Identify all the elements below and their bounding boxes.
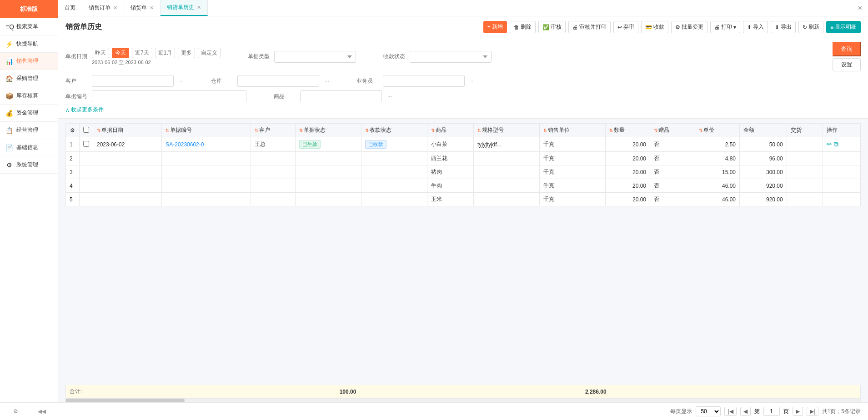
copy-icon[interactable]: ⧉ [834, 140, 838, 148]
tab-sales-history[interactable]: 销货单历史 ✕ [161, 0, 208, 16]
col-unit-price[interactable]: ⇅单价 [695, 124, 739, 137]
row-action[interactable] [823, 152, 860, 165]
query-button[interactable]: 查询 [833, 42, 861, 56]
customer-input[interactable] [92, 75, 174, 87]
staff-more-icon[interactable]: ··· [470, 78, 475, 84]
horizontal-scrollbar[interactable] [65, 399, 861, 402]
sidebar-item-quick-nav[interactable]: ⚡ 快捷导航 [0, 35, 58, 53]
doc-no-link[interactable]: SA-20230602-0 [166, 141, 204, 148]
tab-sales-order-close[interactable]: ✕ [113, 5, 117, 11]
sidebar-item-base-info[interactable]: 📄 基础信息 [0, 139, 58, 156]
batch-change-button[interactable]: ⚙ 批量变更 [671, 21, 707, 33]
sidebar-item-sales-mgmt[interactable]: 📊 销售管理 [0, 53, 58, 70]
collect-button[interactable]: 💳 收款 [641, 21, 668, 33]
row-doc-no[interactable] [162, 193, 251, 206]
row-goods: 猪肉 [427, 165, 473, 179]
warehouse-input[interactable] [237, 75, 319, 87]
next-page-btn[interactable]: ▶ [793, 407, 803, 416]
date-btn-1month[interactable]: 近1月 [155, 48, 176, 58]
sidebar-item-finance[interactable]: 💰 资金管理 [0, 105, 58, 122]
discard-button[interactable]: ↩ 弃审 [613, 21, 638, 33]
sidebar-item-system[interactable]: ⚙ 系统管理 [0, 156, 58, 174]
warehouse-more-icon[interactable]: ··· [325, 78, 329, 84]
delete-button[interactable]: 🗑 删除 [510, 21, 536, 33]
collect-status-select[interactable] [410, 51, 492, 63]
scrollbar-thumb[interactable] [65, 399, 185, 402]
row-checkbox-input[interactable] [83, 141, 89, 147]
filter-warehouse: 仓库 ··· [211, 75, 329, 87]
first-page-btn[interactable]: |◀ [724, 407, 736, 416]
last-page-btn[interactable]: ▶| [807, 407, 818, 416]
col-gift[interactable]: ⇅赠品 [650, 124, 695, 137]
tab-home[interactable]: 首页 [58, 0, 82, 16]
date-btn-more[interactable]: 更多 [178, 48, 195, 58]
collapse-btn[interactable]: ∧ 收起更多条件 [65, 106, 861, 114]
sidebar-item-purchase-mgmt[interactable]: 🏠 采购管理 [0, 70, 58, 87]
col-unit[interactable]: ⇅销售单位 [539, 124, 605, 137]
date-btn-today[interactable]: 今天 [112, 48, 129, 58]
row-action[interactable] [823, 179, 860, 193]
col-goods[interactable]: ⇅商品 [427, 124, 473, 137]
col-spec[interactable]: ⇅规格型号 [473, 124, 539, 137]
row-action[interactable] [823, 165, 860, 179]
row-checkbox[interactable] [80, 152, 93, 165]
prev-page-btn[interactable]: ◀ [740, 407, 751, 416]
audit-print-button[interactable]: 🖨 审核并打印 [568, 21, 611, 33]
col-qty[interactable]: ⇅数量 [605, 124, 650, 137]
show-detail-button[interactable]: ≡ 显示明细 [826, 21, 861, 33]
row-doc-no[interactable] [162, 165, 251, 179]
col-checkbox[interactable] [80, 124, 93, 137]
row-checkbox[interactable] [80, 179, 93, 193]
page-size-select[interactable]: 50 100 200 [696, 406, 721, 416]
goods-more-icon[interactable]: ··· [387, 93, 392, 100]
setting-button[interactable]: 设置 [833, 58, 861, 71]
row-doc-no[interactable]: SA-20230602-0 [162, 137, 251, 152]
audit-button[interactable]: ✅ 审核 [538, 21, 566, 33]
row-qty: 20.00 [605, 152, 650, 165]
staff-input[interactable] [383, 75, 465, 87]
new-button[interactable]: + 新增 [483, 21, 507, 33]
page-number-input[interactable] [763, 407, 780, 416]
refresh-button[interactable]: ↻ 刷新 [798, 21, 823, 33]
col-settings[interactable]: ⚙ [66, 124, 80, 137]
sidebar-item-search-menu[interactable]: ≡Q 搜索菜单 [0, 18, 58, 35]
customer-more-icon[interactable]: ··· [179, 78, 184, 84]
tab-sales-delivery-close[interactable]: ✕ [150, 5, 154, 11]
select-all-checkbox[interactable] [83, 127, 89, 133]
tab-sales-history-close[interactable]: ✕ [197, 5, 201, 10]
row-checkbox[interactable] [80, 165, 93, 179]
row-checkbox[interactable] [80, 137, 93, 152]
sidebar-item-operations[interactable]: 📋 经营管理 [0, 122, 58, 139]
date-btn-custom[interactable]: 自定义 [198, 48, 221, 58]
date-btn-yesterday[interactable]: 昨天 [92, 48, 109, 58]
col-doc-no[interactable]: ⇅单据编号 [162, 124, 251, 137]
tab-sales-order[interactable]: 销售订单 ✕ [82, 0, 124, 16]
row-doc-no[interactable] [162, 179, 251, 193]
row-doc-no[interactable] [162, 152, 251, 165]
sidebar-item-inventory[interactable]: 📦 库存核算 [0, 87, 58, 105]
row-amount: 920.00 [739, 179, 787, 193]
col-collect-status[interactable]: ⇅收款状态 [361, 124, 427, 137]
tab-sales-delivery[interactable]: 销货单 ✕ [124, 0, 161, 16]
edit-icon[interactable]: ✏ [827, 140, 832, 148]
sidebar-gear-btn[interactable]: ⚙ [4, 406, 28, 416]
date-btn-7days[interactable]: 近7天 [132, 48, 152, 58]
export-button[interactable]: ⬇ 导出 [771, 21, 796, 33]
row-checkbox[interactable] [80, 193, 93, 206]
doc-type-select[interactable] [274, 51, 356, 63]
tabs-close-all[interactable]: ✕ [852, 5, 868, 11]
row-action[interactable] [823, 193, 860, 206]
row-doc-date [93, 152, 162, 165]
summary-total-amount: 2,286.00 [552, 389, 607, 395]
col-customer[interactable]: ⇅客户 [251, 124, 295, 137]
col-doc-status[interactable]: ⇅单据状态 [296, 124, 361, 137]
sidebar-collapse-btn[interactable]: ◀◀ [30, 406, 55, 416]
import-button[interactable]: ⬆ 导入 [743, 21, 768, 33]
goods-input[interactable] [300, 90, 382, 102]
sidebar-item-label: 系统管理 [16, 161, 38, 169]
col-doc-date[interactable]: ⇅单据日期 [93, 124, 162, 137]
row-action[interactable]: ✏⧉ [823, 137, 860, 152]
doc-no-input[interactable] [92, 90, 246, 102]
print-button[interactable]: 🖨 打印 ▾ [710, 21, 740, 33]
doc-type-label: 单据类型 [248, 53, 271, 60]
